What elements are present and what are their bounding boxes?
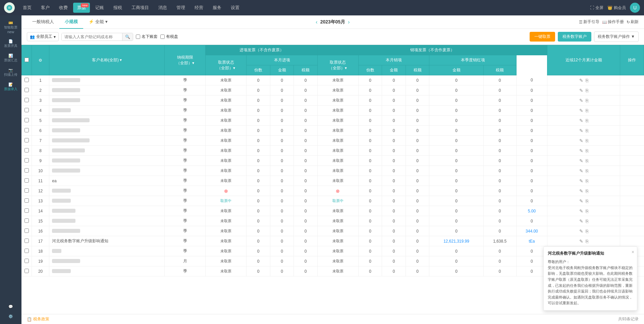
- row-select-checkbox[interactable]: [24, 229, 29, 233]
- check-tax-disk[interactable]: 有税盘: [160, 34, 178, 40]
- nav-home[interactable]: 首页: [19, 3, 36, 13]
- select-all-checkbox[interactable]: [24, 58, 29, 62]
- edit-button[interactable]: ✎: [579, 239, 583, 244]
- copy-button[interactable]: ⎘: [586, 88, 588, 93]
- row-select-checkbox[interactable]: [24, 158, 29, 163]
- row-select-checkbox[interactable]: [24, 138, 29, 142]
- tax-disk-checkbox[interactable]: [160, 35, 165, 39]
- row-select-checkbox[interactable]: [24, 78, 29, 82]
- fullscreen-button[interactable]: ⛶ 全屏: [590, 5, 603, 11]
- edit-button[interactable]: ✎: [579, 208, 583, 214]
- sidebar-item-invoice-open[interactable]: 📄 发票开具: [0, 37, 21, 51]
- sidebar-item-settings[interactable]: ⚙️: [0, 312, 21, 321]
- edit-button[interactable]: ✎: [579, 218, 583, 224]
- row-select-checkbox[interactable]: [24, 118, 29, 122]
- nav-customer[interactable]: 客户: [37, 3, 54, 13]
- search-button[interactable]: 🔍: [122, 33, 133, 41]
- staff-filter[interactable]: 👥 全部员工 ▾: [27, 32, 59, 41]
- search-input[interactable]: [62, 33, 122, 41]
- nav-invoice[interactable]: 票据 new: [73, 3, 90, 13]
- nav-service[interactable]: 服务: [209, 3, 225, 13]
- edit-button[interactable]: ✎: [579, 178, 583, 184]
- nav-operation[interactable]: 经营: [191, 3, 207, 13]
- copy-button[interactable]: ⎘: [586, 78, 588, 83]
- edit-button[interactable]: ✎: [579, 78, 583, 83]
- sidebar-item-smart-invoice[interactable]: 🎫 智能取票 new: [0, 18, 21, 37]
- row-select-checkbox[interactable]: [24, 88, 29, 92]
- tab-general-taxpayer[interactable]: 一般纳税人: [27, 15, 59, 29]
- row-select-checkbox[interactable]: [24, 239, 29, 243]
- edit-button[interactable]: ✎: [579, 229, 583, 234]
- manual-link[interactable]: 📖 操作手册: [602, 19, 624, 25]
- row-select-checkbox[interactable]: [24, 168, 29, 173]
- edit-button[interactable]: ✎: [579, 148, 583, 153]
- user-avatar[interactable]: U: [630, 3, 640, 13]
- row-select-checkbox[interactable]: [24, 188, 29, 193]
- tab-all-capacity[interactable]: ⚡ 全能 ▾: [83, 15, 113, 29]
- nav-tax[interactable]: 报税: [109, 3, 126, 13]
- nav-bookkeeping[interactable]: 记账: [91, 3, 108, 13]
- new-guide-link[interactable]: ☰ 新手引导: [579, 19, 599, 25]
- row-select-checkbox[interactable]: [24, 249, 29, 253]
- row-select-checkbox[interactable]: [24, 259, 29, 263]
- nav-message[interactable]: 消息: [154, 3, 171, 13]
- edit-button[interactable]: ✎: [579, 88, 583, 93]
- copy-button[interactable]: ⎘: [586, 239, 588, 244]
- row-select-checkbox[interactable]: [24, 148, 29, 152]
- copy-button[interactable]: ⎘: [586, 148, 588, 153]
- quota-filter-icon[interactable]: ▾: [192, 61, 194, 65]
- row-select-checkbox[interactable]: [24, 269, 29, 273]
- copy-button[interactable]: ⎘: [586, 218, 588, 224]
- sales-status-filter-icon[interactable]: ▾: [345, 66, 347, 70]
- edit-button[interactable]: ✎: [579, 138, 583, 143]
- sidebar-item-chat[interactable]: 💬: [0, 302, 21, 312]
- tax-policy-link[interactable]: 📋 税务政策: [27, 316, 49, 322]
- copy-button[interactable]: ⎘: [586, 178, 588, 184]
- edit-button[interactable]: ✎: [579, 158, 583, 164]
- sidebar-item-invoice-summary[interactable]: 📊 票据汇总: [0, 51, 21, 65]
- sidebar-item-scan-upload[interactable]: 📷 扫描上传: [0, 65, 21, 80]
- copy-button[interactable]: ⎘: [586, 138, 588, 143]
- nav-manage[interactable]: 管理: [172, 3, 189, 13]
- copy-button[interactable]: ⎘: [586, 229, 588, 234]
- refresh-link[interactable]: ↻ 刷新: [627, 19, 639, 25]
- one-click-fetch-button[interactable]: 一键取票: [530, 32, 555, 42]
- row-select-checkbox[interactable]: [24, 198, 29, 203]
- tax-account-operations-button[interactable]: 税务数字账户操作 ▼: [594, 31, 639, 42]
- member-button[interactable]: 👑 购会员: [607, 5, 626, 11]
- check-sub-account[interactable]: 名下账套: [136, 34, 158, 40]
- row-select-checkbox[interactable]: [24, 208, 29, 213]
- row-select-checkbox[interactable]: [24, 98, 29, 102]
- row-select-checkbox[interactable]: [24, 108, 29, 112]
- row-select-checkbox[interactable]: [24, 178, 29, 183]
- tab-small-scale[interactable]: 小规模: [59, 15, 83, 29]
- tax-account-button[interactable]: 税务数字账户: [558, 32, 591, 42]
- income-status-filter-icon[interactable]: ▾: [233, 66, 235, 70]
- nav-fee[interactable]: 收费: [55, 3, 72, 13]
- next-month-button[interactable]: ›: [348, 19, 350, 25]
- edit-button[interactable]: ✎: [579, 188, 583, 194]
- copy-button[interactable]: ⎘: [586, 108, 588, 113]
- copy-button[interactable]: ⎘: [586, 158, 588, 164]
- prev-month-button[interactable]: ‹: [316, 19, 317, 25]
- name-filter-icon[interactable]: ▾: [120, 58, 122, 62]
- copy-button[interactable]: ⎘: [586, 188, 588, 194]
- row-select-checkbox[interactable]: [24, 218, 29, 223]
- copy-button[interactable]: ⎘: [586, 118, 588, 123]
- sub-account-checkbox[interactable]: [136, 35, 140, 39]
- edit-button[interactable]: ✎: [579, 108, 583, 113]
- edit-button[interactable]: ✎: [579, 198, 583, 204]
- copy-button[interactable]: ⎘: [586, 128, 588, 133]
- copy-button[interactable]: ⎘: [586, 98, 588, 103]
- copy-button[interactable]: ⎘: [586, 198, 588, 204]
- row-select-checkbox[interactable]: [24, 128, 29, 132]
- nav-settings[interactable]: 设置: [227, 3, 244, 13]
- copy-button[interactable]: ⎘: [586, 168, 588, 174]
- edit-button[interactable]: ✎: [579, 118, 583, 123]
- edit-button[interactable]: ✎: [579, 98, 583, 103]
- sidebar-item-invoice-entry[interactable]: 📝 票据录入: [0, 80, 21, 94]
- copy-button[interactable]: ⎘: [586, 208, 588, 214]
- nav-business[interactable]: 工商项目: [127, 3, 153, 13]
- edit-button[interactable]: ✎: [579, 128, 583, 133]
- notification-close-button[interactable]: ×: [632, 249, 634, 255]
